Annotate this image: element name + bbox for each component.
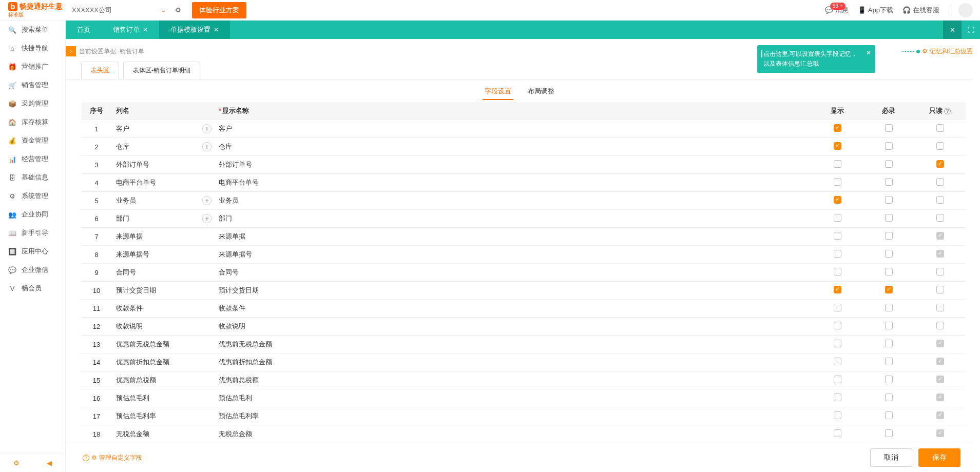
inner-tab-1[interactable]: 布局调整 [526,84,556,100]
checkbox[interactable] [834,358,841,365]
sidebar-item-8[interactable]: 🗄基础信息 [0,168,65,187]
row-display-name[interactable]: 优惠前无税总金额 [215,336,812,353]
tab-0[interactable]: 首页 [66,21,102,39]
checkbox[interactable] [885,268,893,276]
close-icon[interactable]: ✕ [143,26,148,33]
checkbox[interactable] [885,124,893,132]
checkbox[interactable] [834,429,841,437]
tab-close-all-button[interactable]: ✕ [943,21,962,39]
company-selector[interactable]: XXXXXX公司 ⌄ [68,3,170,18]
row-display-name[interactable]: 来源单据号 [215,246,812,264]
row-display-name[interactable]: 合同号 [215,264,812,282]
sidebar-item-11[interactable]: 📖新手引导 [0,224,65,242]
app-download-button[interactable]: 📱 App下载 [858,6,893,15]
add-button[interactable]: + [202,142,212,151]
checkbox[interactable] [936,304,944,311]
row-display-name[interactable]: 部门 [215,210,812,228]
sub-tab-0[interactable]: 表头区 [81,62,119,79]
checkbox[interactable] [885,411,893,419]
checkbox[interactable] [834,340,841,347]
checkbox[interactable] [885,178,893,186]
checkbox[interactable] [936,124,944,132]
checkbox[interactable] [885,286,893,293]
sidebar-settings-button[interactable]: ⚙ [13,459,20,467]
checkbox[interactable] [885,160,893,168]
sidebar-item-9[interactable]: ⚙系统管理 [0,187,65,205]
row-display-name[interactable]: 收款条件 [215,300,812,318]
help-icon[interactable]: ? [944,108,951,114]
checkbox[interactable] [834,322,841,329]
checkbox[interactable] [936,160,944,168]
add-button[interactable]: + [202,214,212,223]
tab-1[interactable]: 销售订单✕ [102,21,159,39]
row-display-name[interactable]: 预估总毛利率 [215,407,812,425]
memory-summary-link[interactable]: ⚙ 记忆和汇总设置 [902,47,973,56]
checkbox[interactable] [834,250,841,258]
checkbox[interactable] [834,376,841,383]
user-avatar[interactable] [958,3,973,17]
checkbox[interactable] [936,142,944,150]
row-display-name[interactable]: 无税总金额 [215,425,812,443]
checkbox[interactable] [885,196,893,204]
checkbox[interactable] [936,268,944,276]
row-display-name[interactable]: 业务员 [215,192,812,210]
manage-custom-fields-link[interactable]: ? ⚙ 管理自定义字段 [81,454,142,462]
sidebar-item-1[interactable]: ⌂快捷导航 [0,39,65,57]
checkbox[interactable] [834,178,841,186]
row-display-name[interactable]: 来源单据 [215,228,812,246]
checkbox[interactable] [936,214,944,222]
checkbox[interactable] [885,429,893,437]
row-display-name[interactable]: 预估总毛利 [215,389,812,407]
notice-expand-button[interactable]: › [66,46,76,56]
checkbox[interactable] [885,304,893,311]
row-display-name[interactable]: 优惠前折扣总金额 [215,353,812,371]
checkbox[interactable] [885,232,893,240]
sidebar-item-14[interactable]: V畅会员 [0,279,65,298]
checkbox[interactable] [834,196,841,204]
sub-tab-1[interactable]: 表体区-销售订单明细 [123,62,200,79]
inner-tab-0[interactable]: 字段设置 [483,84,513,100]
checkbox[interactable] [834,232,841,240]
checkbox[interactable] [834,160,841,168]
sidebar-item-7[interactable]: 📊经营管理 [0,150,65,168]
online-service-button[interactable]: 🎧 在线客服 [902,6,939,15]
sidebar-item-12[interactable]: 🔲应用中心 [0,242,65,261]
messages-button[interactable]: 💬 消息 99 + [825,6,849,15]
sidebar-item-13[interactable]: 💬企业微信 [0,261,65,279]
sidebar-item-2[interactable]: 🎁营销推广 [0,57,65,76]
add-button[interactable]: + [202,196,212,205]
save-button[interactable]: 保存 [918,448,960,467]
sidebar-item-0[interactable]: 🔍搜索菜单 [0,21,65,39]
checkbox[interactable] [834,286,841,293]
cancel-button[interactable]: 取消 [870,448,912,467]
row-display-name[interactable]: 外部订单号 [215,156,812,174]
row-display-name[interactable]: 预计交货日期 [215,282,812,300]
checkbox[interactable] [885,340,893,347]
checkbox[interactable] [834,124,841,132]
checkbox[interactable] [885,142,893,150]
tab-expand-button[interactable]: ⛶ [962,21,980,39]
checkbox[interactable] [834,142,841,150]
checkbox[interactable] [834,214,841,222]
row-display-name[interactable]: 优惠前总税额 [215,371,812,389]
row-display-name[interactable]: 客户 [215,120,812,138]
checkbox[interactable] [936,286,944,293]
checkbox[interactable] [885,358,893,365]
add-button[interactable]: + [202,124,212,133]
sidebar-collapse-button[interactable]: ◀ [47,459,52,467]
checkbox[interactable] [885,214,893,222]
row-display-name[interactable]: 仓库 [215,138,812,156]
checkbox[interactable] [885,394,893,401]
sidebar-item-5[interactable]: 🏠库存核算 [0,113,65,131]
settings-gear-button[interactable]: ⚙ [170,3,186,18]
checkbox[interactable] [834,411,841,419]
checkbox[interactable] [936,178,944,186]
checkbox[interactable] [834,268,841,276]
checkbox[interactable] [885,322,893,329]
checkbox[interactable] [834,304,841,311]
tab-2[interactable]: 单据模板设置✕ [159,21,230,39]
checkbox[interactable] [885,376,893,383]
checkbox[interactable] [936,322,944,329]
checkbox[interactable] [834,394,841,401]
checkbox[interactable] [885,250,893,258]
